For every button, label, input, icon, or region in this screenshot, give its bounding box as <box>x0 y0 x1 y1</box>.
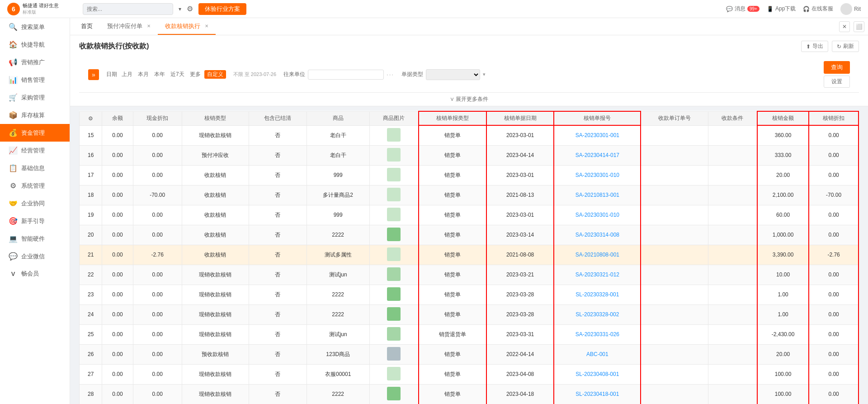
counterparty-input[interactable] <box>308 70 384 80</box>
marketing-icon: 📢 <box>9 58 18 67</box>
home-icon: 🏠 <box>9 40 18 49</box>
cell-hxdbh[interactable]: SL-20230328-002 <box>554 304 641 324</box>
preset-more[interactable]: 更多 <box>188 70 203 79</box>
sidebar-item-member[interactable]: V 畅会员 <box>0 265 70 282</box>
cell-xjzk: 0.00 <box>133 364 182 384</box>
cell-sktj <box>708 145 757 165</box>
table-area[interactable]: ⚙ 余额 现金折扣 核销类型 包含已结清 商品 商品图片 核销单报类型 核销单据… <box>70 106 868 404</box>
table-row: 24 0.00 0.00 现销收款核销 否 2222 销货单 2023-03-2… <box>80 304 859 324</box>
cell-hxdbh[interactable]: SA-20210813-001 <box>554 185 641 205</box>
cell-xjzk: 0.00 <box>133 304 182 324</box>
filter-settings-button[interactable]: 设置 <box>824 76 850 88</box>
tab-prepay-close[interactable]: ✕ <box>147 24 151 29</box>
preset-custom[interactable]: 自定义 <box>204 70 226 79</box>
basic-icon: 📋 <box>9 164 18 172</box>
cell-hxdbh[interactable]: SL-20230418-001 <box>554 384 641 404</box>
cell-sktj <box>708 364 757 384</box>
cell-skdddh <box>641 304 708 324</box>
sidebar-item-wechat[interactable]: 💬 企业微信 <box>0 247 70 265</box>
cell-xjzk: -2.76 <box>133 245 182 265</box>
counterparty-dots[interactable]: ··· <box>387 71 394 78</box>
cell-sptp <box>369 125 419 145</box>
sidebar-item-corp[interactable]: 🤝 企业协同 <box>0 195 70 212</box>
preset-this-month[interactable]: 本月 <box>136 70 151 79</box>
sidebar-item-marketing[interactable]: 📢 营销推广 <box>0 53 70 71</box>
sidebar-item-guide[interactable]: 🎯 新手引导 <box>0 212 70 230</box>
filter-expand-button[interactable]: » <box>88 69 99 80</box>
tab-maximize-btn[interactable]: ⬜ <box>854 21 864 32</box>
cell-hxdbh[interactable]: SL-20230328-001 <box>554 285 641 304</box>
preset-7days[interactable]: 近7天 <box>169 70 186 79</box>
settings-gear-icon[interactable]: ⚙ <box>187 5 193 13</box>
sidebar-item-hardware[interactable]: 💻 智能硬件 <box>0 230 70 247</box>
tab-home[interactable]: 首页 <box>74 18 100 35</box>
cell-sptp <box>369 145 419 165</box>
tab-receipt-label: 收款核销执行 <box>165 22 200 30</box>
msg-label: 消息 <box>735 5 745 13</box>
cell-bhjq: 否 <box>249 165 307 185</box>
refresh-button[interactable]: ↻ 刷新 <box>832 41 859 52</box>
cell-hxdbh[interactable]: SA-20230331-026 <box>554 324 641 344</box>
cell-hxdbh[interactable]: SA-20230301-010 <box>554 205 641 225</box>
sidebar-item-bizmanage[interactable]: 📈 经营管理 <box>0 142 70 159</box>
cell-hxdbh[interactable]: SL-20230408-001 <box>554 364 641 384</box>
sidebar-label-corp: 企业协同 <box>21 200 45 208</box>
sidebar-item-finance[interactable]: 💰 资金管理 <box>0 124 70 142</box>
col-header-hxzk: 核销折扣 <box>809 111 859 125</box>
sidebar-item-purchase[interactable]: 🛒 采购管理 <box>0 89 70 106</box>
online-service-button[interactable]: 🎧 在线客服 <box>803 5 833 13</box>
logo-text: 畅捷通 谱好生意标准版 <box>23 3 59 14</box>
table-row: 15 0.00 0.00 现销收款核销 否 老白干 销货单 2023-03-01… <box>80 125 859 145</box>
cell-hxdbh[interactable]: SA-20230414-017 <box>554 145 641 165</box>
tab-receipt-close[interactable]: ✕ <box>205 24 208 29</box>
bill-type-select[interactable] <box>426 69 480 80</box>
messages-button[interactable]: 💬 消息 99+ <box>726 5 760 13</box>
cell-yue: 0.00 <box>102 125 133 145</box>
cell-sptp <box>369 165 419 185</box>
col-header-gear[interactable]: ⚙ <box>80 111 102 125</box>
preset-last-month[interactable]: 上月 <box>120 70 134 79</box>
tab-close-window-btn[interactable]: ✕ <box>839 21 850 32</box>
cell-hxdbh[interactable]: SA-20210808-001 <box>554 245 641 265</box>
date-presets: 上月 本月 本年 近7天 更多 自定义 <box>120 70 226 79</box>
logo: 6 畅捷通 谱好生意标准版 <box>7 3 77 15</box>
cell-hxdbh[interactable]: ABC-001 <box>554 344 641 364</box>
expand-more-conditions[interactable]: ∨ 展开更多条件 <box>79 93 859 106</box>
tab-bar-actions: ✕ ⬜ <box>839 21 864 32</box>
solution-button[interactable]: 休验行业方案 <box>198 3 246 15</box>
cell-hxje: 2,100.00 <box>757 185 809 205</box>
cell-hxje: 10.00 <box>757 265 809 285</box>
cell-xjzk: -70.00 <box>133 185 182 205</box>
cell-yue: 0.00 <box>102 364 133 384</box>
top-search-input[interactable] <box>83 3 173 15</box>
user-avatar[interactable]: Rit <box>840 3 861 15</box>
cell-hxdbrq: 2021-08-13 <box>486 185 554 205</box>
export-button[interactable]: ⬆ 导出 <box>801 41 828 52</box>
cell-bhjq: 否 <box>249 225 307 245</box>
sidebar-item-inventory[interactable]: 📦 库存核算 <box>0 106 70 124</box>
user-name: Rit <box>854 6 861 12</box>
date-filter-label: 日期 <box>106 71 117 78</box>
cell-id: 23 <box>80 285 102 304</box>
dropdown-arrow[interactable]: ▾ <box>179 6 181 12</box>
cell-hxdbh[interactable]: SA-20230301-001 <box>554 125 641 145</box>
cell-skdddh <box>641 344 708 364</box>
cell-hxdbh[interactable]: SA-20230301-010 <box>554 165 641 185</box>
preset-this-year[interactable]: 本年 <box>152 70 167 79</box>
tab-receipt[interactable]: 收款核销执行 ✕ <box>158 18 216 35</box>
sidebar-item-quicknav[interactable]: 🏠 快捷导航 <box>0 36 70 53</box>
tab-prepay[interactable]: 预付冲应付单 ✕ <box>100 18 158 35</box>
cell-hxdbrq: 2022-04-14 <box>486 344 554 364</box>
query-button[interactable]: 查询 <box>824 61 850 74</box>
cell-xjzk: 0.00 <box>133 324 182 344</box>
cell-hxdbh[interactable]: SA-20230314-008 <box>554 225 641 245</box>
sidebar-item-search[interactable]: 🔍 搜索菜单 <box>0 18 70 36</box>
cell-xjzk: 0.00 <box>133 205 182 225</box>
cell-hxdbh[interactable]: SA-20230321-012 <box>554 265 641 285</box>
app-download-button[interactable]: 📱 App下载 <box>767 5 796 13</box>
sidebar-item-system[interactable]: ⚙ 系统管理 <box>0 177 70 195</box>
cell-hxdbrq: 2023-03-28 <box>486 304 554 324</box>
sidebar-item-basic[interactable]: 📋 基础信息 <box>0 159 70 177</box>
cell-hxdbtype: 销货单 <box>419 364 486 384</box>
sidebar-item-sales[interactable]: 📊 销售管理 <box>0 71 70 89</box>
